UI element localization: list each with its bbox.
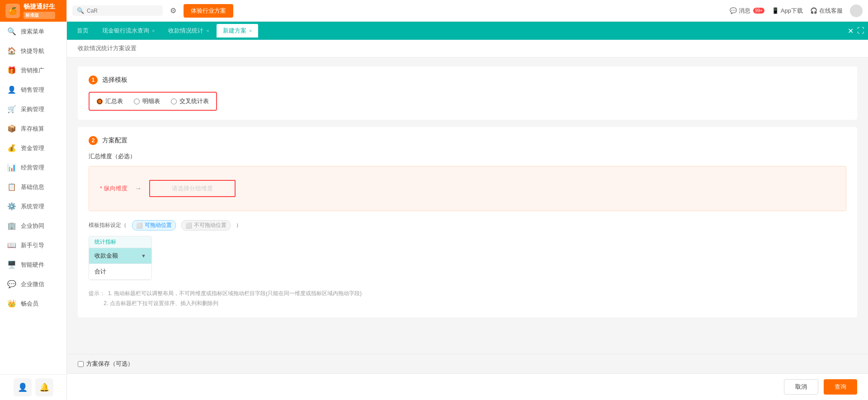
message-btn[interactable]: 💬 消息 99+ — [730, 7, 764, 15]
option-detail[interactable]: 明细表 — [134, 97, 160, 105]
sidebar-item-operations[interactable]: 📊 经营管理 — [0, 158, 66, 177]
section1-header: 1 选择模板 — [89, 75, 846, 85]
money-icon: 💰 — [7, 144, 16, 152]
search-input[interactable] — [87, 8, 155, 14]
sidebar-label-enterprise: 企业协同 — [21, 222, 44, 230]
option-summary[interactable]: 汇总表 — [97, 97, 123, 105]
logo-line1: 畅捷通好生 — [24, 3, 55, 11]
crown-icon: 👑 — [7, 299, 16, 308]
chart-icon: 📊 — [7, 163, 16, 172]
tab-bank-close[interactable]: × — [152, 28, 155, 33]
radio-cross[interactable] — [171, 99, 177, 104]
option-cross[interactable]: 交叉统计表 — [171, 97, 209, 105]
tabbar-controls: ✕ ⛶ — [848, 27, 864, 35]
radio-summary[interactable] — [97, 99, 103, 104]
sidebar-label-search: 搜索菜单 — [21, 28, 44, 36]
cancel-button[interactable]: 取消 — [784, 379, 818, 395]
sidebar-item-quicknav[interactable]: 🏠 快捷导航 — [0, 41, 66, 61]
app-download-btn[interactable]: 📱 App下载 — [772, 7, 803, 15]
gear-settings-icon[interactable]: ⚙ — [168, 5, 178, 17]
sidebar-item-marketing[interactable]: 🎁 营销推广 — [0, 61, 66, 80]
sidebar-item-system[interactable]: ⚙️ 系统管理 — [0, 197, 66, 216]
dimension-placeholder[interactable]: 请选择分组维度 — [149, 180, 236, 197]
sidebar-label-quicknav: 快捷导航 — [21, 47, 44, 55]
sidebar-bottom-btn2[interactable]: 🔔 — [35, 378, 53, 396]
book-icon: 📖 — [7, 241, 16, 249]
breadcrumb: 收款情况统计方案设置 — [67, 40, 868, 57]
metrics-item-collection[interactable]: 收款金额 ▼ — [89, 248, 151, 264]
arrow-icon: → — [135, 184, 142, 193]
app-icon: 📱 — [772, 7, 779, 14]
sidebar-label-hardware: 智能硬件 — [21, 261, 44, 269]
section-config: 2 方案配置 汇总维度（必选） 纵向维度 → 请选择分组维度 模板指标设定（ — [78, 127, 857, 317]
action-bar: 取消 查询 — [67, 373, 868, 400]
save-checkbox[interactable] — [78, 361, 84, 367]
sidebar-label-system: 系统管理 — [21, 202, 44, 211]
section1-number: 1 — [89, 75, 98, 85]
building-icon: 🏢 — [7, 221, 16, 230]
save-option[interactable]: 方案保存（可选） — [78, 360, 133, 368]
sidebar-item-wechat[interactable]: 💬 企业微信 — [0, 274, 66, 294]
cart-icon: 🛒 — [7, 105, 16, 113]
industry-btn[interactable]: 体验行业方案 — [184, 4, 233, 18]
metrics-area: 统计指标 收款金额 ▼ 合计 — [89, 236, 152, 280]
sidebar-item-basic[interactable]: 📋 基础信息 — [0, 177, 66, 197]
metrics-label: 模板指标设定（ — [89, 221, 127, 229]
monitor-icon: 🖥️ — [7, 260, 16, 269]
metrics-group-title: 统计指标 — [89, 236, 151, 248]
dimension-group-label: 汇总维度（必选） — [89, 152, 846, 160]
tab-bank[interactable]: 现金银行流水查询 × — [96, 24, 161, 38]
section-template: 1 选择模板 汇总表 明细表 交叉统计表 — [78, 66, 857, 120]
section1-title: 选择模板 — [102, 76, 127, 84]
tips-section: 提示： 1. 拖动标题栏可以调整布局，不可跨维度或指标区域拖动栏目字段(只能在同… — [89, 289, 846, 308]
tips-title: 提示： 1. 拖动标题栏可以调整布局，不可跨维度或指标区域拖动栏目字段(只能在同… — [89, 289, 846, 299]
sidebar-label-member: 畅会员 — [21, 300, 38, 308]
service-btn[interactable]: 🎧 在线客服 — [810, 7, 843, 15]
box-icon: 📦 — [7, 124, 16, 133]
tips-line2: 2. 点击标题栏下拉可设置排序、插入列和删除列 — [89, 299, 846, 309]
dimension-area: 纵向维度 → 请选择分组维度 — [89, 166, 846, 211]
sidebar-item-purchase[interactable]: 🛒 采购管理 — [0, 99, 66, 119]
sidebar-item-enterprise[interactable]: 🏢 企业协同 — [0, 216, 66, 235]
headset-icon: 🎧 — [810, 7, 817, 14]
tab-home[interactable]: 首页 — [71, 24, 95, 38]
sidebar-label-wechat: 企业微信 — [21, 280, 44, 288]
sidebar-item-finance[interactable]: 💰 资金管理 — [0, 138, 66, 158]
gift-icon: 🎁 — [7, 66, 16, 75]
tab-new[interactable]: 新建方案 × — [217, 24, 258, 38]
topbar-right: 💬 消息 99+ 📱 App下载 🎧 在线客服 — [730, 5, 863, 17]
content-body: 1 选择模板 汇总表 明细表 交叉统计表 — [67, 57, 868, 354]
section2-header: 2 方案配置 — [89, 136, 846, 145]
notification-badge: 99+ — [753, 8, 764, 14]
sidebar-item-inventory[interactable]: 📦 库存核算 — [0, 119, 66, 138]
tab-new-close[interactable]: × — [249, 28, 252, 33]
topbar: 🔍 ⚙ 体验行业方案 💬 消息 99+ 📱 App下载 🎧 在线客服 — [67, 0, 868, 22]
expand-icon[interactable]: ⛶ — [857, 27, 864, 35]
gear-icon: ⚙️ — [7, 202, 16, 211]
movable-tag: ⬜ 可拖动位置 — [132, 220, 176, 231]
tab-collection[interactable]: 收款情况统计 × — [162, 24, 215, 38]
user-avatar[interactable] — [850, 5, 863, 17]
sidebar-label-basic: 基础信息 — [21, 183, 44, 191]
user-icon: 👤 — [7, 85, 16, 94]
sidebar-item-hardware[interactable]: 🖥️ 智能硬件 — [0, 255, 66, 274]
sidebar-label-purchase: 采购管理 — [21, 105, 44, 113]
sidebar-item-member[interactable]: 👑 畅会员 — [0, 294, 66, 313]
query-button[interactable]: 查询 — [824, 379, 857, 395]
sidebar-bottom-btn1[interactable]: 👤 — [14, 378, 32, 396]
content-footer: 方案保存（可选） — [67, 354, 868, 373]
sidebar-item-guide[interactable]: 📖 新手引导 — [0, 235, 66, 255]
close-window-icon[interactable]: ✕ — [848, 27, 854, 35]
logo-badge: 标准版 — [24, 12, 55, 19]
tabbar: 首页 现金银行流水查询 × 收款情况统计 × 新建方案 × ✕ ⛶ — [67, 22, 868, 40]
radio-detail[interactable] — [134, 99, 140, 104]
sidebar-label-sales: 销售管理 — [21, 86, 44, 94]
tab-collection-close[interactable]: × — [206, 28, 209, 33]
home-icon: 🏠 — [7, 47, 16, 55]
sidebar-item-search[interactable]: 🔍 搜索菜单 — [0, 22, 66, 41]
sidebar-item-sales[interactable]: 👤 销售管理 — [0, 80, 66, 99]
sidebar-label-finance: 资金管理 — [21, 144, 44, 152]
sidebar: 🍊 畅捷通好生 标准版 🔍 搜索菜单 🏠 快捷导航 🎁 营销推广 👤 销售管理 … — [0, 0, 67, 400]
clipboard-icon: 📋 — [7, 183, 16, 191]
search-box[interactable]: 🔍 — [72, 5, 163, 16]
